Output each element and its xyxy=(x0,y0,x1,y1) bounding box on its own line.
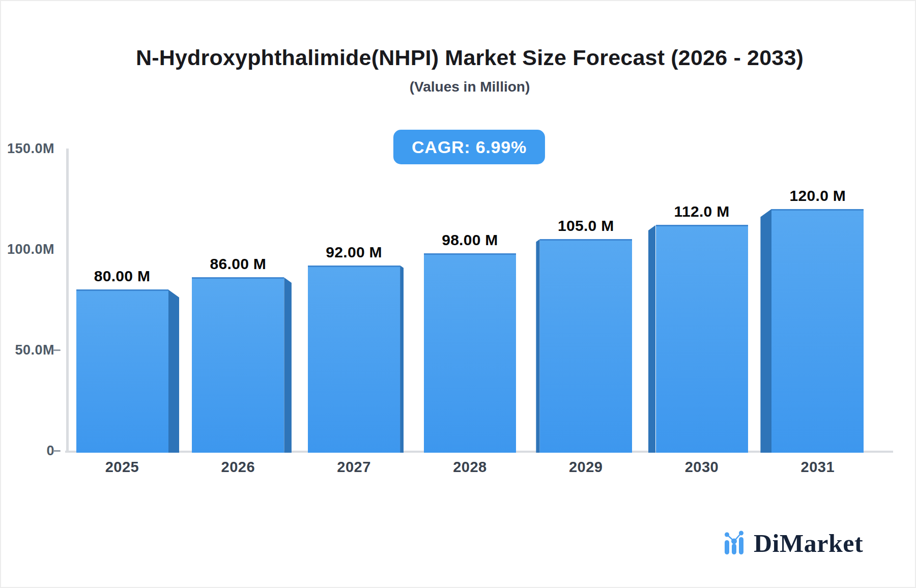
bar-chart-trend-icon xyxy=(723,530,746,557)
brand-logo: DiMarket xyxy=(723,529,863,557)
bar-side-face xyxy=(536,239,539,453)
y-tick-dash xyxy=(53,450,61,452)
x-tick-label: 2031 xyxy=(777,458,858,476)
bar-side-face xyxy=(168,289,180,453)
bar xyxy=(192,277,284,453)
chart-page: N-Hydroxyphthalimide(NHPI) Market Size F… xyxy=(0,0,916,588)
x-tick-label: 2027 xyxy=(313,458,395,476)
bar xyxy=(540,239,632,453)
bar-value-label: 80.00 M xyxy=(66,267,178,285)
bar-value-label: 86.00 M xyxy=(182,255,294,273)
brand-logo-text: DiMarket xyxy=(754,529,863,557)
bar-value-label: 98.00 M xyxy=(414,231,526,249)
bar xyxy=(308,266,400,453)
y-tick-label: 100.0M xyxy=(7,241,54,257)
bar-side-face xyxy=(760,209,771,453)
bar xyxy=(76,289,168,453)
bar-side-face xyxy=(400,266,404,453)
bar xyxy=(424,253,516,453)
y-tick-label: 0 xyxy=(7,443,54,459)
bar xyxy=(656,225,748,453)
y-axis-line xyxy=(66,149,69,453)
bar-value-label: 92.00 M xyxy=(298,243,410,261)
bar xyxy=(771,209,864,453)
x-tick-label: 2030 xyxy=(661,458,742,476)
plot-area: 150.0M100.0M50.0M080.00 M202586.00 M2026… xyxy=(0,0,916,588)
bar-side-face xyxy=(648,225,656,453)
y-tick-label: 50.0M xyxy=(7,342,54,358)
x-tick-label: 2026 xyxy=(197,458,279,476)
x-tick-label: 2025 xyxy=(81,458,163,476)
y-tick-label: 150.0M xyxy=(7,140,54,157)
bar-value-label: 120.0 M xyxy=(762,187,874,205)
bar-value-label: 105.0 M xyxy=(530,217,642,235)
y-tick-dash xyxy=(53,349,61,351)
x-tick-label: 2029 xyxy=(545,458,626,476)
bar-side-face xyxy=(284,277,292,453)
bar-value-label: 112.0 M xyxy=(646,202,758,221)
x-tick-label: 2028 xyxy=(429,458,510,476)
